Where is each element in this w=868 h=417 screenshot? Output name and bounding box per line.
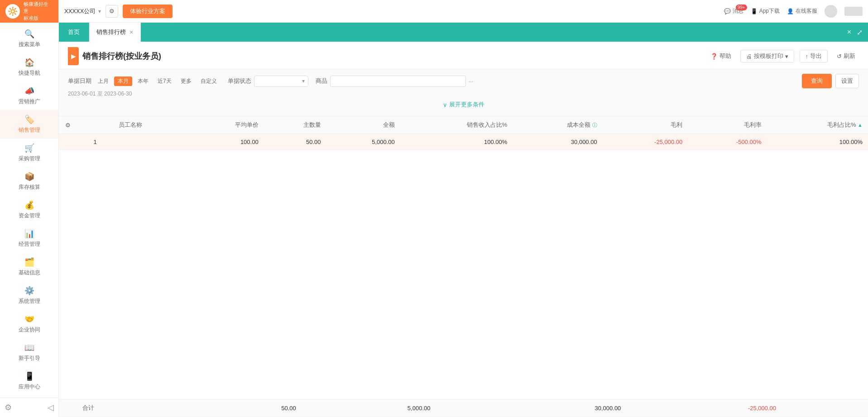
refresh-icon: ↺ bbox=[837, 53, 842, 60]
cell-amount: 5,000.00 bbox=[326, 134, 400, 150]
settings-icon: ⚙ bbox=[109, 8, 115, 14]
user-name bbox=[844, 7, 863, 16]
avatar[interactable] bbox=[825, 5, 837, 18]
sidebar-item-label: 资金管理 bbox=[19, 212, 40, 220]
table-container: ⚙ 员工名称 平均单价 主数量 全额 销售收入占比% 成本全额 ⓘ 毛利 毛利率… bbox=[59, 116, 868, 399]
cell-rank: 1 bbox=[77, 134, 113, 150]
col-employee: 员工名称 bbox=[113, 116, 188, 134]
collapse-icon[interactable]: ◁ bbox=[48, 403, 54, 412]
page-header: ▶ 销售排行榜(按业务员) ❓ 帮助 🖨 按模板打印 ▾ ↑ 导 bbox=[59, 42, 868, 69]
settings-button[interactable]: 设置 bbox=[835, 74, 859, 88]
message-icon: 💬 bbox=[724, 8, 731, 14]
basic-info-icon: 🗂️ bbox=[24, 257, 34, 267]
trial-button[interactable]: 体验行业方案 bbox=[123, 5, 173, 18]
page-container: ▶ 销售排行榜(按业务员) ❓ 帮助 🖨 按模板打印 ▾ ↑ 导 bbox=[59, 42, 868, 417]
sidebar-item-purchase[interactable]: 🛒 采购管理 bbox=[0, 139, 58, 167]
sidebar-item-app-center[interactable]: 📱 应用中心 bbox=[0, 367, 58, 395]
sidebar-item-label: 搜索菜单 bbox=[19, 41, 40, 48]
expand-more-btn[interactable]: ∨ 展开更多条件 bbox=[68, 98, 859, 111]
purchase-icon: 🛒 bbox=[24, 143, 34, 153]
sidebar-item-guide[interactable]: 📖 新手引导 bbox=[0, 338, 58, 367]
col-cost: 成本全额 ⓘ bbox=[513, 116, 602, 134]
date-tab-year[interactable]: 本年 bbox=[134, 77, 152, 86]
system-icon: ⚙️ bbox=[24, 286, 34, 296]
filter-area: 单据日期 上月 本月 本年 近7天 更多 自定义 单据状态 bbox=[59, 69, 868, 116]
date-tab-prev[interactable]: 上月 bbox=[94, 77, 112, 86]
home-icon: 🏠 bbox=[24, 58, 34, 67]
more-icon[interactable]: ··· bbox=[469, 78, 474, 85]
sidebar-item-basic-info[interactable]: 🗂️ 基础信息 bbox=[0, 253, 58, 281]
sidebar-item-label: 基础信息 bbox=[19, 269, 40, 277]
window-maximize-icon[interactable]: ⤢ bbox=[857, 28, 863, 37]
service-icon: 👤 bbox=[787, 8, 794, 14]
status-label: 单据状态 bbox=[228, 77, 251, 85]
template-print-btn[interactable]: 🖨 按模板打印 ▾ bbox=[740, 50, 794, 62]
goods-label: 商品 bbox=[316, 77, 327, 85]
page-title: 销售排行榜(按业务员) bbox=[82, 51, 161, 62]
cell-employee bbox=[113, 134, 188, 150]
status-select[interactable] bbox=[254, 76, 308, 87]
message-btn[interactable]: 💬 消息 99+ bbox=[724, 7, 743, 15]
sidebar-item-quick-nav[interactable]: 🏠 快捷导航 bbox=[0, 53, 58, 81]
sidebar-item-label: 经营管理 bbox=[19, 240, 40, 248]
footer-gross-pct bbox=[825, 399, 868, 417]
cell-gross-profit: -25,000.00 bbox=[603, 134, 688, 150]
window-close-icon[interactable]: × bbox=[847, 28, 851, 36]
footer-label: 合计 bbox=[77, 399, 113, 417]
sidebar-item-search[interactable]: 🔍 搜索菜单 bbox=[0, 24, 58, 53]
date-label: 单据日期 bbox=[68, 77, 91, 85]
col-gross-pct: 毛利占比% ▲ bbox=[767, 116, 868, 134]
col-gross-margin: 毛利率 bbox=[688, 116, 767, 134]
inventory-icon: 📦 bbox=[24, 172, 34, 182]
refresh-btn[interactable]: ↺ 刷新 bbox=[833, 50, 859, 62]
export-btn[interactable]: ↑ 导出 bbox=[800, 50, 828, 62]
date-tab-7days[interactable]: 近7天 bbox=[154, 77, 175, 86]
tab-home[interactable]: 首页 bbox=[59, 23, 89, 42]
sidebar-item-sales[interactable]: 🏷️ 销售管理 bbox=[0, 110, 58, 139]
main-area: XXXXX公司 ▾ ⚙ 体验行业方案 💬 消息 99+ 📱 App下载 👤 在线… bbox=[59, 0, 868, 417]
footer-row: 合计 50.00 5,000.00 30,000.00 -25,000.00 bbox=[59, 399, 868, 417]
sidebar-item-enterprise-collab[interactable]: 🤝 企业协同 bbox=[0, 310, 58, 338]
date-tab-current[interactable]: 本月 bbox=[114, 77, 132, 86]
col-avg-price: 平均单价 bbox=[188, 116, 264, 134]
cell-settings bbox=[59, 134, 77, 150]
tab-sales-ranking[interactable]: 销售排行榜 × bbox=[89, 23, 141, 42]
sidebar-item-marketing[interactable]: 📣 营销推广 bbox=[0, 81, 58, 110]
sidebar-item-label: 销售管理 bbox=[19, 126, 40, 134]
date-tab-custom[interactable]: 自定义 bbox=[197, 77, 221, 86]
date-tabs: 上月 本月 本年 近7天 更多 自定义 bbox=[94, 77, 221, 86]
app-download-icon: 📱 bbox=[751, 8, 758, 14]
footer-cost: 30,000.00 bbox=[479, 399, 626, 417]
sidebar-item-label: 系统管理 bbox=[19, 297, 40, 305]
table-header-row: ⚙ 员工名称 平均单价 主数量 全额 销售收入占比% 成本全额 ⓘ 毛利 毛利率… bbox=[59, 116, 868, 134]
print-icon: 🖨 bbox=[746, 53, 752, 60]
date-filter: 单据日期 上月 本月 本年 近7天 更多 自定义 bbox=[68, 77, 221, 86]
col-settings: ⚙ bbox=[59, 116, 77, 134]
collab-icon: 🤝 bbox=[24, 314, 34, 324]
sidebar-item-system[interactable]: ⚙️ 系统管理 bbox=[0, 281, 58, 310]
footer-avg-price bbox=[156, 399, 199, 417]
help-btn[interactable]: ❓ 帮助 bbox=[707, 50, 735, 62]
header-settings-btn[interactable]: ⚙ bbox=[106, 5, 118, 18]
app-center-icon: 📱 bbox=[24, 371, 34, 381]
content-area: ▶ 销售排行榜(按业务员) ❓ 帮助 🖨 按模板打印 ▾ ↑ 导 bbox=[59, 42, 868, 417]
goods-input[interactable] bbox=[330, 76, 466, 87]
cell-quantity: 50.00 bbox=[264, 134, 326, 150]
sidebar-item-operations[interactable]: 📊 经营管理 bbox=[0, 224, 58, 253]
sidebar-item-inventory[interactable]: 📦 库存核算 bbox=[0, 167, 58, 196]
sidebar-item-finance[interactable]: 💰 资金管理 bbox=[0, 196, 58, 224]
collapse-filter-btn[interactable]: ▶ bbox=[68, 47, 79, 65]
sales-icon: 🏷️ bbox=[24, 115, 34, 125]
gear-icon[interactable]: ⚙ bbox=[5, 403, 12, 412]
tab-close-icon[interactable]: × bbox=[129, 29, 133, 36]
cell-gross-pct: 100.00% bbox=[767, 134, 868, 150]
col-rank bbox=[77, 116, 113, 134]
table-row: 1 100.00 50.00 5,000.00 100.00% 30,000.0… bbox=[59, 134, 868, 150]
footer-gross-profit: -25,000.00 bbox=[626, 399, 782, 417]
online-service-label: 在线客服 bbox=[796, 7, 817, 15]
app-download-btn[interactable]: 📱 App下载 bbox=[751, 7, 780, 15]
date-tab-more[interactable]: 更多 bbox=[177, 77, 195, 86]
online-service-btn[interactable]: 👤 在线客服 bbox=[787, 7, 817, 15]
query-button[interactable]: 查询 bbox=[802, 74, 832, 88]
company-selector[interactable]: XXXXX公司 ▾ bbox=[64, 7, 101, 15]
